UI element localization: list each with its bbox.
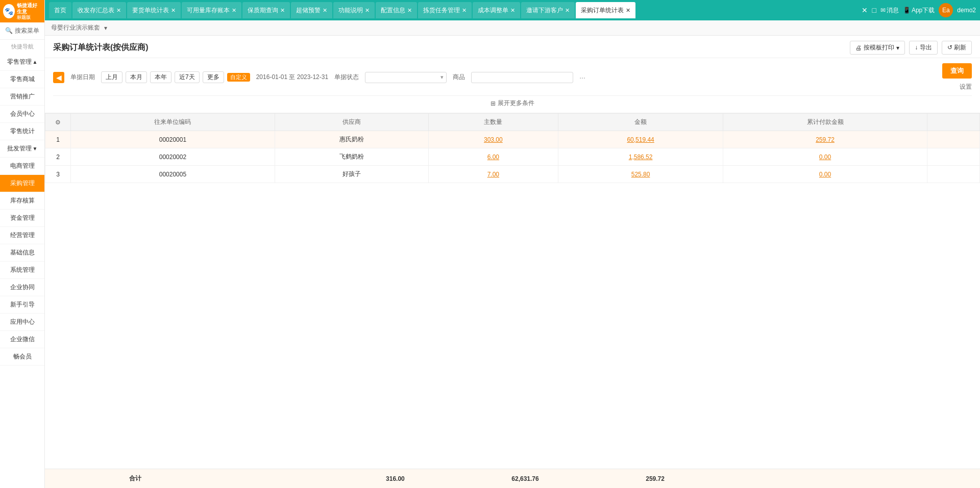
sidebar-item-enterprise[interactable]: 企业协同 — [0, 279, 44, 296]
sidebar-item-vip-member[interactable]: 畅会员 — [0, 348, 44, 366]
cell-main-qty: 6.00 — [428, 148, 558, 166]
period-this-month[interactable]: 本月 — [126, 71, 147, 83]
goods-input[interactable] — [471, 72, 573, 83]
tab-close-btn[interactable]: ✕ — [626, 8, 630, 13]
filter-collapse-btn[interactable]: ◀ — [53, 72, 64, 83]
col-settings: ⚙ — [45, 114, 71, 131]
qty-link[interactable]: 7.00 — [487, 171, 499, 178]
tab-home[interactable]: 首页 — [49, 2, 71, 18]
expand-icon: ⊞ — [491, 100, 496, 107]
period-more[interactable]: 更多 — [203, 71, 224, 83]
period-last-7days[interactable]: 近7天 — [175, 71, 200, 83]
paid-link[interactable]: 0.00 — [819, 171, 831, 178]
sidebar-search[interactable]: 🔍 搜索菜单 — [0, 22, 44, 40]
sidebar-item-label: 营销推广 — [10, 93, 35, 100]
tab-task-mgmt[interactable]: 拣货任务管理 ✕ — [418, 2, 472, 18]
amount-link[interactable]: 1,586.52 — [629, 153, 653, 161]
tab-function-desc[interactable]: 功能说明 ✕ — [333, 2, 375, 18]
tab-available-inventory[interactable]: 可用量库存账本 ✕ — [182, 2, 241, 18]
sidebar-item-retail-mall[interactable]: 零售商城 — [0, 71, 44, 88]
paid-link[interactable]: 259.72 — [816, 136, 835, 143]
sidebar-item-inventory[interactable]: 库存核算 — [0, 192, 44, 210]
settings-icon[interactable]: ⚙ — [55, 119, 61, 126]
tab-config-info[interactable]: 配置信息 ✕ — [376, 2, 417, 18]
user-name[interactable]: demo2 — [957, 7, 976, 14]
sidebar-item-label: 电商管理 — [10, 162, 35, 169]
expand-more-label[interactable]: 展开更多条件 — [498, 99, 534, 108]
sidebar-item-label: 系统管理 — [10, 266, 35, 273]
cell-extra — [927, 148, 979, 166]
sidebar-item-ecommerce[interactable]: 电商管理 — [0, 158, 44, 175]
quick-nav-label: 快捷导航 — [0, 40, 44, 54]
tab-label: 拣货任务管理 — [423, 6, 460, 15]
qty-link[interactable]: 6.00 — [487, 153, 499, 161]
sidebar-item-operations[interactable]: 经营管理 — [0, 227, 44, 244]
template-print-button[interactable]: 🖨 按模板打印 ▾ — [850, 41, 905, 55]
tab-invite-downstream[interactable]: 邀请下游客户 ✕ — [521, 2, 575, 18]
tab-purchase-order-stats[interactable]: 采购订单统计表 ✕ — [576, 2, 635, 18]
chevron-down-icon: ▲ — [33, 59, 38, 65]
date-filter-label: 单据日期 — [70, 73, 95, 82]
sidebar-item-label: 企业协同 — [10, 284, 35, 291]
col-paid-amount: 累计付款金额 — [723, 114, 927, 131]
cell-supplier-code: 00020001 — [71, 131, 275, 148]
custom-badge: 自定义 — [227, 73, 250, 82]
cell-amount: 1,586.52 — [558, 148, 723, 166]
tab-close-btn[interactable]: ✕ — [171, 8, 176, 13]
page-title: 采购订单统计表(按供应商) — [53, 42, 149, 53]
window-maximize-btn[interactable]: □ — [872, 7, 876, 14]
more-options-btn[interactable]: ··· — [579, 73, 585, 82]
tab-close-btn[interactable]: ✕ — [116, 8, 121, 13]
qty-link[interactable]: 303.00 — [484, 136, 503, 143]
export-button[interactable]: ↓ 导出 — [909, 41, 937, 55]
tab-collect-pay[interactable]: 收发存汇总表 ✕ — [72, 2, 126, 18]
amount-link[interactable]: 60,519.44 — [627, 136, 654, 143]
tab-label: 邀请下游客户 — [526, 6, 563, 15]
sidebar-item-wholesale-mgmt[interactable]: 批发管理 ▼ — [0, 140, 44, 158]
avatar[interactable]: Ea — [939, 3, 953, 17]
tab-close-btn[interactable]: ✕ — [462, 8, 467, 13]
app-download-btn[interactable]: 📱 App下载 — [903, 6, 935, 15]
sidebar-item-purchase-mgmt[interactable]: 采购管理 — [0, 175, 44, 192]
tab-label: 首页 — [54, 6, 66, 15]
chevron-down-icon[interactable]: ▾ — [104, 24, 107, 32]
tab-cost-adjust[interactable]: 成本调整单 ✕ — [473, 2, 520, 18]
status-select[interactable] — [365, 72, 447, 83]
period-this-year[interactable]: 本年 — [150, 71, 172, 83]
tab-close-btn[interactable]: ✕ — [407, 8, 412, 13]
sidebar-item-retail-stats[interactable]: 零售统计 — [0, 123, 44, 140]
tab-order-stats[interactable]: 要货单统计表 ✕ — [127, 2, 181, 18]
chevron-down-icon: ▾ — [896, 44, 899, 52]
sidebar-item-marketing[interactable]: 营销推广 — [0, 88, 44, 106]
amount-link[interactable]: 525.80 — [631, 171, 650, 178]
sidebar-item-app-center[interactable]: 应用中心 — [0, 314, 44, 331]
sidebar-item-member-center[interactable]: 会员中心 — [0, 106, 44, 123]
sidebar-item-label: 企业微信 — [10, 336, 35, 343]
cell-index: 2 — [45, 148, 71, 166]
sidebar-item-enterprise-wechat[interactable]: 企业微信 — [0, 331, 44, 348]
tab-close-btn[interactable]: ✕ — [280, 8, 285, 13]
sidebar-item-new-guide[interactable]: 新手引导 — [0, 296, 44, 314]
tab-expiry-query[interactable]: 保质期查询 ✕ — [242, 2, 290, 18]
window-close-btn[interactable]: ✕ — [862, 7, 868, 14]
sidebar-item-finance[interactable]: 资金管理 — [0, 210, 44, 227]
sidebar-item-retail-mgmt[interactable]: 零售管理 ▲ — [0, 54, 44, 71]
tab-overstock-warning[interactable]: 超储预警 ✕ — [291, 2, 332, 18]
col-supplier-code: 往来单位编码 — [71, 114, 275, 131]
tab-close-btn[interactable]: ✕ — [510, 8, 515, 13]
tab-close-btn[interactable]: ✕ — [323, 8, 327, 13]
tab-close-btn[interactable]: ✕ — [365, 8, 370, 13]
refresh-button[interactable]: ↺ 刷新 — [942, 41, 972, 55]
sidebar-item-label: 零售商城 — [10, 75, 35, 83]
tab-close-btn[interactable]: ✕ — [232, 8, 236, 13]
paid-link[interactable]: 0.00 — [819, 153, 831, 161]
footer-paid-amount: 259.72 — [590, 475, 720, 482]
settings-link[interactable]: 设置 — [960, 83, 972, 91]
sidebar-item-basic-info[interactable]: 基础信息 — [0, 244, 44, 262]
sidebar-item-system[interactable]: 系统管理 — [0, 262, 44, 279]
message-btn[interactable]: ✉ 消息 — [880, 6, 899, 15]
tab-close-btn[interactable]: ✕ — [565, 8, 570, 13]
period-last-month[interactable]: 上月 — [101, 71, 122, 83]
query-button[interactable]: 查询 — [942, 63, 972, 79]
query-column: 查询 设置 — [942, 63, 972, 91]
